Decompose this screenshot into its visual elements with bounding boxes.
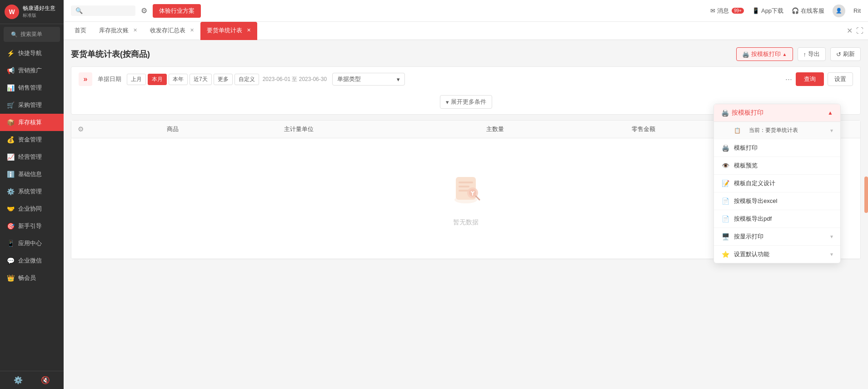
sidebar-item-appstore[interactable]: 📱 应用中心 xyxy=(0,235,64,252)
app-edition: 标准版 xyxy=(23,12,55,19)
app-download-item[interactable]: 📱 App下载 xyxy=(752,7,783,15)
dropdown-collapse-arrow[interactable]: ▲ xyxy=(828,110,833,116)
sidebar-item-marketing[interactable]: 📢 营销推广 xyxy=(0,62,64,79)
tabs-maximize-icon[interactable]: ⛶ xyxy=(856,27,863,35)
template-custom-icon: 📝 xyxy=(721,180,729,187)
sidebar-item-quick-nav[interactable]: ⚡ 快捷导航 xyxy=(0,45,64,62)
online-service-item[interactable]: 🎧 在线客服 xyxy=(792,7,824,15)
tab-collection-summary-close[interactable]: ✕ xyxy=(190,27,194,33)
export-excel-label: 按模板导出excel xyxy=(734,197,777,205)
page-title: 要货单统计表(按商品) xyxy=(71,49,150,60)
messages-item[interactable]: ✉ 消息 99+ xyxy=(710,7,744,15)
table-settings-icon[interactable]: ⚙ xyxy=(78,125,84,133)
date-btn-more[interactable]: 更多 xyxy=(214,74,233,85)
order-type-select[interactable]: 单据类型 ▾ xyxy=(332,73,405,86)
avatar[interactable]: 👤 xyxy=(833,5,845,17)
sidebar-item-cooperation[interactable]: 🤝 企业协同 xyxy=(0,200,64,217)
printer-icon: 🖨️ xyxy=(742,51,749,58)
filter-settings-button[interactable]: 设置 xyxy=(828,72,853,86)
topbar-search[interactable]: 🔍 xyxy=(71,5,135,16)
dropdown-title-text: 按模板打印 xyxy=(732,109,763,117)
filter-right-buttons: ··· 查询 设置 xyxy=(785,72,853,86)
topbar-gear-icon[interactable]: ⚙ xyxy=(141,6,147,15)
topbar: 🔍 ⚙ 体验行业方案 ✉ 消息 99+ 📱 App下载 🎧 在线客服 👤 Rit xyxy=(64,0,868,22)
sidebar-item-label: 企业协同 xyxy=(18,205,42,213)
dropdown-title: 🖨️ 按模板打印 xyxy=(721,109,763,117)
dropdown-export-excel[interactable]: 📄 按模板导出excel xyxy=(714,192,840,210)
sidebar-item-operation[interactable]: 📈 经营管理 xyxy=(0,148,64,166)
tab-inventory-batch-label: 库存批次账 xyxy=(99,26,129,35)
topbar-search-input[interactable] xyxy=(85,8,131,14)
col-settings[interactable]: ⚙ xyxy=(71,121,160,138)
sidebar-bottom: ⚙️ 🔇 xyxy=(0,371,64,389)
sidebar-item-wechat[interactable]: 💬 企业微信 xyxy=(0,252,64,269)
print-button[interactable]: 🖨️ 按模板打印 ▲ xyxy=(736,47,793,61)
date-btn-this-year[interactable]: 本年 xyxy=(169,74,188,85)
tab-collection-summary[interactable]: 收发存汇总表 ✕ xyxy=(144,22,200,40)
main-content: 🔍 ⚙ 体验行业方案 ✉ 消息 99+ 📱 App下载 🎧 在线客服 👤 Rit xyxy=(64,0,868,389)
export-excel-icon: 📄 xyxy=(721,197,729,205)
empty-text: 暂无数据 xyxy=(453,218,479,227)
sidebar-item-inventory[interactable]: 📦 库存核算 xyxy=(0,114,64,131)
display-print-label: 按显示打印 xyxy=(734,232,763,241)
date-range: 2023-06-01 至 2023-06-30 xyxy=(263,76,327,83)
sidebar-item-guide[interactable]: 🎯 新手引导 xyxy=(0,217,64,235)
cooperation-icon: 🤝 xyxy=(6,205,15,213)
dropdown-set-default[interactable]: ⭐ 设置默认功能 ▾ xyxy=(714,246,840,263)
filter-expand-button[interactable]: » xyxy=(79,72,92,86)
dropdown-header: 🖨️ 按模板打印 ▲ xyxy=(714,104,840,122)
settings-bottom-icon[interactable]: ⚙️ xyxy=(14,376,23,384)
tab-inventory-batch[interactable]: 库存批次账 ✕ xyxy=(93,22,144,40)
expand-more-button[interactable]: ▾ 展开更多条件 xyxy=(440,95,492,109)
sidebar-item-member[interactable]: 👑 畅会员 xyxy=(0,269,64,287)
date-btn-this-month[interactable]: 本月 xyxy=(148,74,167,85)
sidebar-item-basic-info[interactable]: ℹ️ 基础信息 xyxy=(0,166,64,183)
mute-icon[interactable]: 🔇 xyxy=(41,376,50,384)
wechat-icon: 💬 xyxy=(6,257,15,265)
dropdown-export-pdf[interactable]: 📄 按模板导出pdf xyxy=(714,210,840,228)
date-btn-7days[interactable]: 近7天 xyxy=(190,74,212,85)
sidebar-item-system[interactable]: ⚙️ 系统管理 xyxy=(0,183,64,200)
tab-inventory-batch-close[interactable]: ✕ xyxy=(133,27,137,33)
sidebar-item-sales[interactable]: 📊 销售管理 xyxy=(0,79,64,96)
set-default-label: 设置默认功能 xyxy=(734,250,769,258)
dropdown-template-custom[interactable]: 📝 模板自定义设计 xyxy=(714,175,840,192)
tab-order-stats[interactable]: 要货单统计表 ✕ xyxy=(200,22,257,40)
experience-button[interactable]: 体验行业方案 xyxy=(153,4,201,18)
right-scrollbar[interactable] xyxy=(864,177,868,213)
sidebar-item-label: 企业微信 xyxy=(18,257,42,265)
svg-rect-3 xyxy=(459,186,469,187)
dropdown-template-preview[interactable]: 👁️ 模板预览 xyxy=(714,157,840,175)
export-button[interactable]: ↑ 导出 xyxy=(798,47,826,61)
date-btn-custom[interactable]: 自定义 xyxy=(234,74,259,85)
basic-info-icon: ℹ️ xyxy=(6,170,15,178)
date-btn-last-month[interactable]: 上月 xyxy=(127,74,146,85)
col-unit: 主计量单位 xyxy=(278,121,480,138)
sidebar-nav: ⚡ 快捷导航 📢 营销推广 📊 销售管理 🛒 采购管理 📦 库存核算 💰 资金管… xyxy=(0,45,64,371)
order-type-label: 单据类型 xyxy=(337,75,361,83)
page-area: 要货单统计表(按商品) 🖨️ 按模板打印 ▲ ↑ 导出 ↺ 刷新 xyxy=(64,40,868,389)
current-template-item[interactable]: 📋 当前：要货单统计表 ▾ xyxy=(714,122,840,139)
dropdown-template-print[interactable]: 🖨️ 模板打印 xyxy=(714,139,840,157)
sales-icon: 📊 xyxy=(6,84,15,92)
tab-order-stats-close[interactable]: ✕ xyxy=(247,27,251,33)
sidebar-search[interactable]: 🔍 搜索菜单 xyxy=(4,27,60,42)
sidebar-item-label: 畅会员 xyxy=(18,274,36,282)
sidebar-item-finance[interactable]: 💰 资金管理 xyxy=(0,131,64,148)
tabs-close-all-icon[interactable]: ✕ xyxy=(847,26,853,35)
headset-icon: 🎧 xyxy=(792,7,799,14)
query-button[interactable]: 查询 xyxy=(796,72,824,86)
filter-more-icon[interactable]: ··· xyxy=(785,75,792,84)
username: Rit xyxy=(853,7,861,14)
set-default-arrow: ▾ xyxy=(830,251,833,258)
refresh-icon: ↺ xyxy=(836,51,841,58)
refresh-button[interactable]: ↺ 刷新 xyxy=(830,47,861,61)
sidebar-item-purchase[interactable]: 🛒 采购管理 xyxy=(0,96,64,114)
tab-home-label: 首页 xyxy=(75,26,86,35)
app-name: 畅康通好生意 xyxy=(23,5,55,12)
sidebar-item-label: 应用中心 xyxy=(18,239,42,248)
dropdown-display-print[interactable]: 🖥️ 按显示打印 ▾ xyxy=(714,228,840,246)
tab-home[interactable]: 首页 xyxy=(68,22,93,40)
search-icon: 🔍 xyxy=(11,31,18,38)
sidebar-item-label: 采购管理 xyxy=(18,101,42,109)
